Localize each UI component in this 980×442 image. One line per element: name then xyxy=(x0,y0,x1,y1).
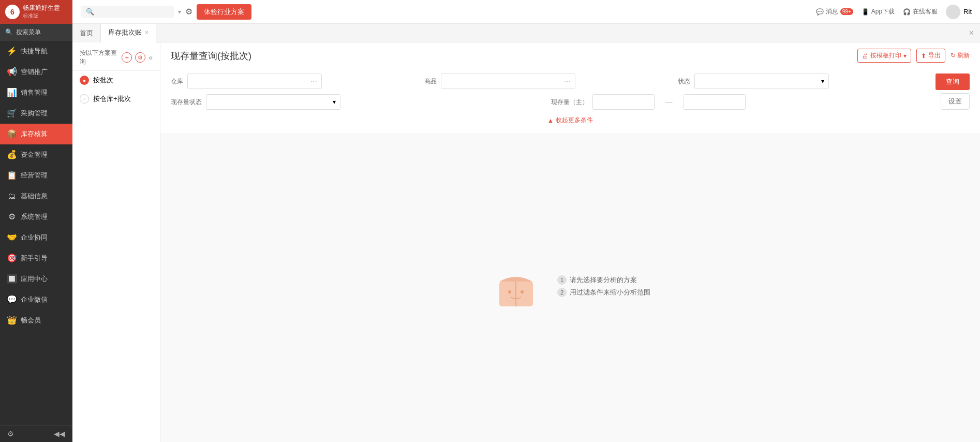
range-divider: — xyxy=(659,98,679,106)
export-icon: ⬆ xyxy=(921,52,926,60)
step1-num: 1 xyxy=(557,275,567,285)
filter-product: 商品 ··· xyxy=(424,73,670,89)
message-action[interactable]: 💬 消息 99+ xyxy=(816,7,853,16)
online-service-action[interactable]: 🎧 在线客服 xyxy=(903,7,938,16)
sidebar-item-label: 畅会员 xyxy=(21,316,41,325)
sidebar-item-label: 基础信息 xyxy=(21,191,48,201)
print-button[interactable]: 🖨 按模板打印 ▾ xyxy=(857,49,911,63)
sidebar-item-marketing[interactable]: 📢 营销推广 xyxy=(0,62,72,82)
stock-status-chevron-icon: ▾ xyxy=(333,98,336,106)
topbar: 🔍 ▾ ⚙ 体验行业方案 💬 消息 99+ 📱 App下载 🎧 在线客服 xyxy=(72,0,980,24)
filter-row-1: 仓库 ··· 商品 ··· xyxy=(171,73,923,89)
sidebar-item-label: 营销推广 xyxy=(21,67,48,77)
collapse-sidebar-icon[interactable]: ◀◀ xyxy=(54,430,65,438)
stock-status-select[interactable]: ▾ xyxy=(206,94,340,110)
system-icon: ⚙ xyxy=(7,212,17,222)
marketing-icon: 📢 xyxy=(7,67,17,77)
sidebar-item-member[interactable]: 👑 畅会员 xyxy=(0,310,72,331)
message-icon: 💬 xyxy=(816,8,824,16)
sidebar-header: 6 畅康通好生意 标准版 xyxy=(0,0,72,24)
sidebar-item-apps[interactable]: 🔲 应用中心 xyxy=(0,269,72,289)
add-plan-button[interactable]: + xyxy=(122,52,132,63)
sidebar: 6 畅康通好生意 标准版 🔍 搜索菜单 ⚡ 快捷导航 📢 营销推广 📊 销售管理… xyxy=(0,0,72,442)
stock-qty-min-input[interactable] xyxy=(592,94,655,110)
sidebar-item-inventory[interactable]: 📦 库存核算 xyxy=(0,124,72,144)
app-title-group: 畅康通好生意 标准版 xyxy=(23,4,60,20)
sidebar-item-purchase[interactable]: 🛒 采购管理 xyxy=(0,103,72,124)
topbar-chevron-icon[interactable]: ▾ xyxy=(178,8,181,16)
sales-icon: 📊 xyxy=(7,88,17,97)
collapse-conditions-button[interactable]: ▲ 收起更多条件 xyxy=(171,114,970,127)
sidebar-item-label: 应用中心 xyxy=(21,274,48,284)
stock-status-label: 现存量状态 xyxy=(171,98,202,107)
sidebar-item-label: 经营管理 xyxy=(21,171,48,180)
status-select[interactable]: ▾ xyxy=(694,73,829,89)
print-chevron-icon: ▾ xyxy=(903,52,907,60)
app-download-action[interactable]: 📱 App下载 xyxy=(862,7,895,16)
sidebar-item-quick-nav[interactable]: ⚡ 快捷导航 xyxy=(0,41,72,62)
sidebar-item-finance[interactable]: 💰 资金管理 xyxy=(0,144,72,165)
topbar-settings-icon[interactable]: ⚙ xyxy=(185,7,192,17)
product-input[interactable]: ··· xyxy=(441,73,575,89)
svg-point-3 xyxy=(521,290,524,293)
plan-inactive-icon: ○ xyxy=(80,94,89,104)
collapse-panel-button[interactable]: « xyxy=(149,53,153,62)
app-logo: 6 xyxy=(5,5,20,19)
sidebar-item-system[interactable]: ⚙ 系统管理 xyxy=(0,207,72,227)
plan-by-warehouse-batch[interactable]: ○ 按仓库+批次 xyxy=(72,90,160,108)
stock-qty-max-input[interactable] xyxy=(684,94,746,110)
query-button[interactable]: 查询 xyxy=(936,73,970,90)
filter-stock-status: 现存量状态 ▾ xyxy=(171,94,543,110)
quick-nav-icon: ⚡ xyxy=(7,47,17,56)
warehouse-dots[interactable]: ··· xyxy=(310,77,317,86)
sidebar-item-label: 销售管理 xyxy=(21,88,48,97)
left-panel-header-label: 按以下方案查询 xyxy=(80,49,122,66)
message-badge: 99+ xyxy=(840,8,853,15)
topbar-search-input[interactable] xyxy=(97,8,159,16)
sidebar-item-label: 企业微信 xyxy=(21,295,48,304)
user-area[interactable]: Rit xyxy=(946,5,972,19)
refresh-button[interactable]: ↻ 刷新 xyxy=(951,51,970,60)
tab-home[interactable]: 首页 xyxy=(72,24,101,42)
app-title: 畅康通好生意 xyxy=(23,4,60,12)
tab-close-icon[interactable]: × xyxy=(145,30,149,36)
topbar-left: 🔍 ▾ ⚙ 体验行业方案 xyxy=(81,4,811,20)
inventory-icon: 📦 xyxy=(7,129,17,139)
online-service-label: 在线客服 xyxy=(913,7,938,16)
filter-status: 状态 ▾ xyxy=(678,73,923,89)
tabbar: 首页 库存批次账 × × xyxy=(72,24,980,42)
sidebar-item-wechat[interactable]: 💬 企业微信 xyxy=(0,289,72,310)
close-all-tabs-button[interactable]: × xyxy=(963,28,980,38)
tab-home-label: 首页 xyxy=(80,28,93,38)
page-header: 现存量查询(按批次) 🖨 按模板打印 ▾ ⬆ 导出 ↻ xyxy=(160,42,980,67)
plan-by-batch[interactable]: ● 按批次 xyxy=(72,71,160,90)
sidebar-search[interactable]: 🔍 搜索菜单 xyxy=(0,24,72,41)
sidebar-item-label: 企业协同 xyxy=(21,233,48,242)
filter-warehouse: 仓库 ··· xyxy=(171,73,416,89)
app-subtitle: 标准版 xyxy=(23,12,60,20)
plan-by-batch-label: 按批次 xyxy=(93,76,113,85)
tab-active-label: 库存批次账 xyxy=(108,28,142,37)
sidebar-item-operations[interactable]: 📋 经营管理 xyxy=(0,165,72,186)
settings-button[interactable]: 设置 xyxy=(941,93,970,110)
printer-icon: 🖨 xyxy=(862,52,868,60)
wechat-icon: 💬 xyxy=(7,295,17,304)
plan-settings-button[interactable]: ⚙ xyxy=(135,52,145,63)
product-dots[interactable]: ··· xyxy=(564,77,571,86)
left-panel: 按以下方案查询 + ⚙ « ● 按批次 ○ 按仓库+批次 xyxy=(72,42,160,442)
sidebar-item-label: 快捷导航 xyxy=(21,47,48,56)
export-button[interactable]: ⬆ 导出 xyxy=(916,49,945,63)
sidebar-item-collab[interactable]: 🤝 企业协同 xyxy=(0,227,72,248)
warehouse-input[interactable]: ··· xyxy=(187,73,322,89)
sidebar-item-guide[interactable]: 🎯 新手引导 xyxy=(0,248,72,269)
sidebar-item-basic[interactable]: 🗂 基础信息 xyxy=(0,186,72,207)
sidebar-item-sales[interactable]: 📊 销售管理 xyxy=(0,82,72,103)
experience-button[interactable]: 体验行业方案 xyxy=(197,4,251,20)
page-title: 现存量查询(按批次) xyxy=(171,50,251,62)
settings-footer-icon[interactable]: ⚙ xyxy=(7,430,14,438)
warehouse-label: 仓库 xyxy=(171,77,183,86)
sidebar-item-label: 新手引导 xyxy=(21,254,48,263)
svg-point-2 xyxy=(508,290,511,293)
tab-inventory-batch[interactable]: 库存批次账 × xyxy=(101,24,156,42)
topbar-search-box[interactable]: 🔍 xyxy=(81,6,174,18)
